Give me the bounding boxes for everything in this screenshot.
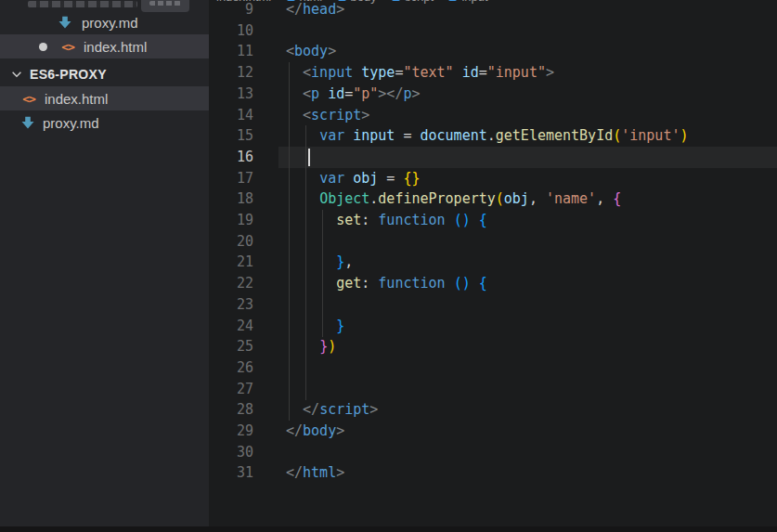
line-number: 26 [209, 357, 253, 379]
code-line: 19 set: function () { [209, 210, 777, 231]
code-line: 27 [209, 379, 777, 400]
line-number: 11 [209, 41, 253, 62]
file-label: proxy.md [82, 15, 138, 31]
code-line: 15 var input = document.getElementById('… [209, 125, 777, 147]
line-number: 24 [209, 316, 253, 337]
code-line: 21 }, [209, 252, 777, 273]
markdown-file-icon [58, 15, 72, 30]
explorer-sidebar: proxy.md <> index.html ES6-PROXY <> inde… [0, 0, 209, 532]
window-bottom-edge [0, 526, 777, 532]
folder-section-label: ES6-PROXY [30, 67, 107, 82]
line-number: 31 [209, 462, 253, 484]
indent-guide [289, 357, 290, 379]
code-line: 30 [209, 442, 777, 463]
line-number: 20 [209, 231, 253, 253]
indent-guide [305, 294, 306, 316]
line-number: 23 [209, 294, 253, 316]
folder-section-es6-proxy[interactable]: ES6-PROXY [0, 62, 209, 86]
vscode-window: proxy.md <> index.html ES6-PROXY <> inde… [0, 0, 777, 532]
indent-guide [322, 231, 323, 253]
indent-guide [305, 147, 306, 168]
line-number: 17 [209, 168, 253, 189]
file-label: index.html [45, 91, 108, 107]
line-number: 14 [209, 105, 253, 126]
code-line: 11<body> [209, 41, 777, 62]
code-line: 31</html> [209, 462, 777, 484]
line-number: 12 [209, 62, 253, 84]
line-number: 29 [209, 421, 253, 442]
line-number: 9 [209, 0, 253, 20]
code-line: 14 <script> [209, 105, 777, 126]
code-line: 24 } [209, 316, 777, 337]
line-number: 22 [209, 273, 253, 294]
indent-guide [289, 231, 290, 253]
line-number: 10 [209, 20, 253, 42]
code-line: 25 }) [209, 336, 777, 357]
html-file-icon: <> [20, 92, 37, 106]
line-number: 28 [209, 399, 253, 421]
code-line: 16 [209, 147, 777, 168]
line-number: 13 [209, 84, 253, 105]
html-file-icon: <> [59, 40, 76, 54]
indent-guide [305, 357, 306, 379]
code-line: 23 [209, 294, 777, 316]
code-line: 18 Object.defineProperty(obj, 'name', { [209, 188, 777, 210]
indent-guide [305, 379, 306, 400]
line-number: 27 [209, 379, 253, 400]
line-number: 15 [209, 125, 253, 147]
line-number: 25 [209, 336, 253, 357]
line-number: 18 [209, 188, 253, 210]
chevron-down-icon [10, 68, 23, 81]
code-line: 13 <p id="p"></p> [209, 84, 777, 105]
indent-guide [289, 147, 290, 168]
code-line: 26 [209, 357, 777, 379]
open-editor-item-index-html[interactable]: <> index.html [0, 34, 209, 58]
code-line: 20 [209, 231, 777, 253]
code-line: 22 get: function () { [209, 273, 777, 294]
code-line: 12 <input type="text" id="input"> [209, 62, 777, 84]
cut-off-button-label [149, 1, 181, 6]
cut-off-header-text [28, 1, 137, 7]
code-line: 10 [209, 20, 777, 42]
explorer-file-proxy-md[interactable]: proxy.md [0, 110, 209, 135]
code-line: 9</head> [209, 0, 777, 20]
indent-guide [322, 294, 323, 316]
line-number: 16 [209, 147, 253, 168]
markdown-file-icon [20, 115, 35, 130]
indent-guide [289, 294, 290, 316]
code-line: 28 </script> [209, 399, 777, 421]
code-line: 29</body> [209, 421, 777, 442]
explorer-file-index-html[interactable]: <> index.html [0, 86, 209, 110]
code-editor[interactable]: index.html › html › body › script › inpu… [209, 0, 777, 532]
text-cursor [308, 149, 310, 166]
open-editor-item-proxy-md[interactable]: proxy.md [0, 10, 209, 34]
line-number: 19 [209, 210, 253, 231]
file-label: index.html [84, 39, 147, 55]
file-label: proxy.md [43, 115, 99, 131]
indent-guide [289, 379, 290, 400]
modified-dot-icon[interactable] [39, 43, 47, 51]
line-number: 21 [209, 252, 253, 273]
line-number: 30 [209, 442, 253, 463]
code-line: 17 var obj = {} [209, 168, 777, 189]
indent-guide [305, 231, 306, 253]
